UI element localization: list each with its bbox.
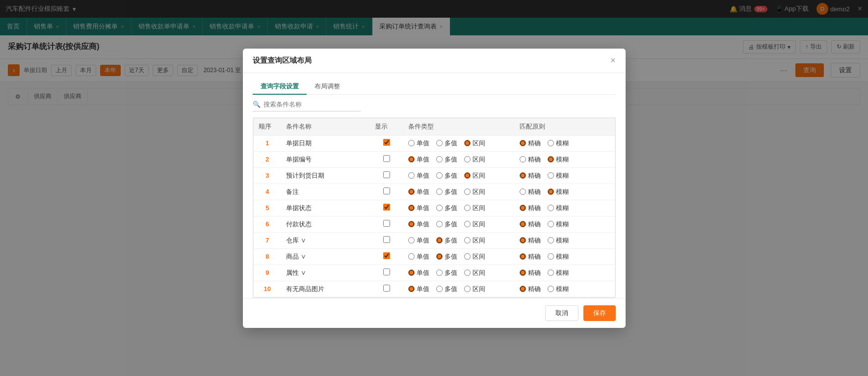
type-radio-multi[interactable]: 多值 (436, 220, 457, 229)
type-radio-range[interactable]: 区间 (464, 285, 485, 294)
rule-radio-fuzzy[interactable]: 模糊 (548, 252, 569, 261)
table-row: 11审核状态日期单值多值区间精确模糊 (254, 297, 615, 297)
table-scroll-area: 1单据日期单值多值区间精确模糊2单据编号单值多值区间精确模糊3预计到货日期单值多… (253, 135, 615, 297)
type-radio-multi[interactable]: 多值 (436, 139, 457, 148)
type-radio-single[interactable]: 单值 (408, 171, 429, 180)
type-radio-multi[interactable]: 多值 (436, 204, 457, 213)
rule-radio-exact[interactable]: 精确 (520, 139, 541, 148)
rule-radio-fuzzy[interactable]: 模糊 (548, 204, 569, 213)
type-radio-multi[interactable]: 多值 (436, 285, 457, 294)
rule-radio-fuzzy[interactable]: 模糊 (548, 236, 569, 245)
table-row: 2单据编号单值多值区间精确模糊 (254, 151, 615, 167)
rule-radio-fuzzy[interactable]: 模糊 (548, 220, 569, 229)
show-checkbox[interactable] (383, 139, 390, 146)
search-input[interactable] (263, 101, 361, 108)
type-radio-multi[interactable]: 多值 (436, 236, 457, 245)
table-row: 9属性 ∨单值多值区间精确模糊 (254, 265, 615, 281)
type-radio-single[interactable]: 单值 (408, 188, 429, 196)
type-radio-range[interactable]: 区间 (464, 171, 485, 180)
table-row: 5单据状态单值多值区间精确模糊 (254, 200, 615, 216)
modal-title: 设置查询区域布局 (253, 56, 312, 65)
field-data-table: 1单据日期单值多值区间精确模糊2单据编号单值多值区间精确模糊3预计到货日期单值多… (254, 135, 615, 297)
col-name-header: 条件名称 (281, 118, 370, 135)
type-radio-single[interactable]: 单值 (408, 220, 429, 229)
type-radio-single[interactable]: 单值 (408, 236, 429, 245)
rule-radio-fuzzy[interactable]: 模糊 (548, 285, 569, 294)
tab-layout-adjust[interactable]: 布局调整 (307, 79, 348, 95)
tab-field-settings[interactable]: 查询字段设置 (253, 79, 307, 95)
type-radio-range[interactable]: 区间 (464, 269, 485, 277)
type-radio-single[interactable]: 单值 (408, 252, 429, 261)
rule-radio-fuzzy[interactable]: 模糊 (548, 188, 569, 196)
table-row: 4备注单值多值区间精确模糊 (254, 184, 615, 200)
rule-radio-exact[interactable]: 精确 (520, 285, 541, 294)
show-checkbox[interactable] (383, 252, 390, 259)
table-row: 7仓库 ∨单值多值区间精确模糊 (254, 232, 615, 248)
rule-radio-exact[interactable]: 精确 (520, 188, 541, 196)
type-radio-range[interactable]: 区间 (464, 188, 485, 196)
type-radio-multi[interactable]: 多值 (436, 155, 457, 164)
rule-radio-exact[interactable]: 精确 (520, 204, 541, 213)
rule-radio-exact[interactable]: 精确 (520, 252, 541, 261)
modal-tabs: 查询字段设置 布局调整 (253, 73, 616, 95)
col-type-header: 条件类型 (403, 118, 515, 135)
type-radio-range[interactable]: 区间 (464, 252, 485, 261)
col-rule-header: 匹配原则 (515, 118, 615, 135)
show-checkbox[interactable] (383, 220, 390, 227)
modal-close-button[interactable]: × (610, 55, 616, 66)
modal-search-box: 🔍 (253, 101, 361, 111)
table-row: 6付款状态单值多值区间精确模糊 (254, 216, 615, 232)
rule-radio-exact[interactable]: 精确 (520, 220, 541, 229)
col-order-header: 顺序 (253, 118, 281, 135)
modal-header: 设置查询区域布局 × (243, 49, 626, 73)
type-radio-single[interactable]: 单值 (408, 139, 429, 148)
type-radio-single[interactable]: 单值 (408, 285, 429, 294)
table-row: 10有无商品图片单值多值区间精确模糊 (254, 281, 615, 297)
type-radio-range[interactable]: 区间 (464, 139, 485, 148)
rule-radio-fuzzy[interactable]: 模糊 (548, 155, 569, 164)
table-row: 3预计到货日期单值多值区间精确模糊 (254, 167, 615, 184)
show-checkbox[interactable] (383, 155, 390, 162)
type-radio-single[interactable]: 单值 (408, 269, 429, 277)
cancel-button[interactable]: 取消 (545, 305, 579, 321)
show-checkbox[interactable] (383, 236, 390, 243)
search-icon: 🔍 (253, 101, 261, 108)
modal-dialog: 设置查询区域布局 × 查询字段设置 布局调整 🔍 (243, 49, 626, 328)
save-button[interactable]: 保存 (583, 305, 616, 321)
show-checkbox[interactable] (383, 188, 390, 194)
type-radio-single[interactable]: 单值 (408, 155, 429, 164)
type-radio-range[interactable]: 区间 (464, 220, 485, 229)
type-radio-multi[interactable]: 多值 (436, 188, 457, 196)
rule-radio-exact[interactable]: 精确 (520, 155, 541, 164)
rule-radio-exact[interactable]: 精确 (520, 236, 541, 245)
type-radio-range[interactable]: 区间 (464, 236, 485, 245)
show-checkbox[interactable] (383, 171, 390, 178)
show-checkbox[interactable] (383, 285, 390, 292)
show-checkbox[interactable] (383, 269, 390, 275)
type-radio-multi[interactable]: 多值 (436, 252, 457, 261)
type-radio-multi[interactable]: 多值 (436, 171, 457, 180)
rule-radio-exact[interactable]: 精确 (520, 171, 541, 180)
modal-body: 查询字段设置 布局调整 🔍 顺序 条件名称 显示 (243, 73, 626, 298)
modal-footer: 取消 保存 (243, 298, 626, 328)
rule-radio-exact[interactable]: 精确 (520, 269, 541, 277)
modal-backdrop: 设置查询区域布局 × 查询字段设置 布局调整 🔍 (0, 0, 868, 376)
type-radio-multi[interactable]: 多值 (436, 269, 457, 277)
table-row: 1单据日期单值多值区间精确模糊 (254, 135, 615, 152)
rule-radio-fuzzy[interactable]: 模糊 (548, 269, 569, 277)
table-row: 8商品 ∨单值多值区间精确模糊 (254, 248, 615, 265)
type-radio-range[interactable]: 区间 (464, 155, 485, 164)
col-show-header: 显示 (370, 118, 403, 135)
show-checkbox[interactable] (383, 204, 390, 211)
type-radio-range[interactable]: 区间 (464, 204, 485, 213)
field-settings-table: 顺序 条件名称 显示 条件类型 匹配原则 (253, 118, 615, 135)
rule-radio-fuzzy[interactable]: 模糊 (548, 171, 569, 180)
rule-radio-fuzzy[interactable]: 模糊 (548, 139, 569, 148)
type-radio-single[interactable]: 单值 (408, 204, 429, 213)
